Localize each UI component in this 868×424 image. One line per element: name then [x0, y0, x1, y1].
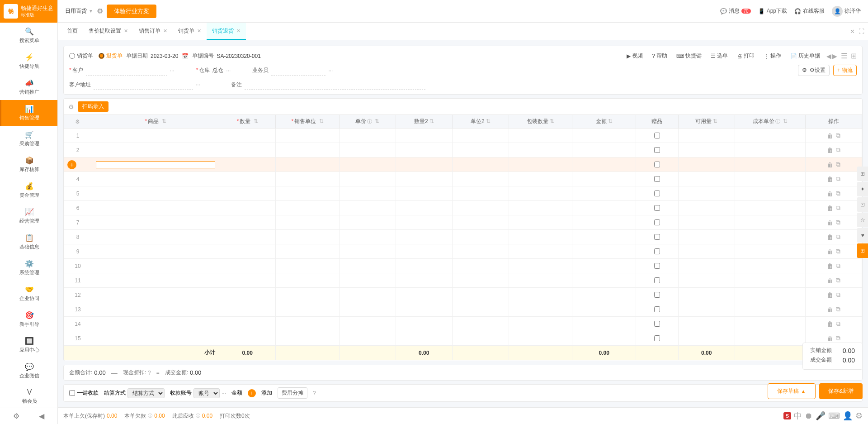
- zhong-icon[interactable]: 中: [794, 410, 802, 421]
- price-cell[interactable]: [339, 186, 396, 201]
- unit2-cell[interactable]: [452, 331, 509, 346]
- amount-cell[interactable]: [572, 201, 636, 215]
- qty-cell[interactable]: [219, 143, 276, 157]
- product-cell[interactable]: [92, 317, 219, 331]
- video-btn[interactable]: ▶ 视频: [624, 51, 646, 61]
- gift-checkbox[interactable]: [654, 205, 660, 211]
- copy-icon[interactable]: ⧉: [836, 204, 840, 212]
- copy-icon[interactable]: ⧉: [836, 132, 840, 139]
- delete-icon[interactable]: 🗑: [827, 161, 833, 168]
- tab-sales-delivery-close[interactable]: ✕: [197, 28, 201, 34]
- qty2-cell-active[interactable]: [396, 157, 452, 172]
- copy-icon[interactable]: ⧉: [836, 305, 840, 313]
- cost-cell[interactable]: [735, 302, 805, 317]
- avail-cell[interactable]: [678, 302, 735, 317]
- unit2-cell[interactable]: [452, 302, 509, 317]
- price-cell[interactable]: [339, 317, 396, 331]
- account-select[interactable]: 账号: [193, 388, 220, 398]
- right-sidebar-item-2[interactable]: ✦: [857, 182, 868, 196]
- qty2-cell[interactable]: [396, 215, 452, 230]
- message-btn[interactable]: 💬 消息 70: [720, 7, 751, 15]
- settings-bottom-icon[interactable]: ⚙: [13, 412, 19, 420]
- sidebar-item-inventory[interactable]: 📦 库存核算: [0, 152, 57, 177]
- sort-unit-icon[interactable]: ⇅: [319, 118, 324, 124]
- product-cell[interactable]: [92, 172, 219, 186]
- pack-cell[interactable]: [509, 201, 572, 215]
- price-cell[interactable]: [339, 244, 396, 259]
- gift-checkbox[interactable]: [654, 191, 660, 196]
- copy-icon[interactable]: ⧉: [836, 291, 840, 299]
- product-cell[interactable]: [92, 331, 219, 346]
- unit-cell[interactable]: [276, 172, 340, 186]
- view-list-icon[interactable]: ☰: [841, 52, 847, 60]
- unit-cell[interactable]: [276, 143, 340, 157]
- qty-cell[interactable]: [219, 172, 276, 186]
- sidebar-item-system[interactable]: ⚙️ 系统管理: [0, 255, 57, 281]
- save-new-btn[interactable]: 保存&新增: [819, 383, 863, 399]
- help-btn[interactable]: ? 帮助: [649, 51, 670, 61]
- amount-cell[interactable]: [572, 129, 636, 143]
- copy-icon[interactable]: ⧉: [836, 334, 840, 342]
- product-cell[interactable]: [92, 143, 219, 157]
- settlement-select[interactable]: 结算方式: [127, 388, 165, 398]
- qty2-cell[interactable]: [396, 288, 452, 302]
- expense-question-icon[interactable]: ?: [313, 390, 316, 396]
- qty2-cell[interactable]: [396, 129, 452, 143]
- gift-checkbox[interactable]: [654, 176, 660, 182]
- sidebar-item-finance[interactable]: 💰 资金管理: [0, 177, 57, 203]
- gift-checkbox[interactable]: [654, 219, 660, 225]
- user-menu[interactable]: 👤 徐泽华: [832, 6, 861, 17]
- sidebar-item-guide[interactable]: 🎯 新手引导: [0, 306, 57, 332]
- unit-cell[interactable]: [276, 244, 340, 259]
- add-payment-btn[interactable]: +: [248, 389, 256, 397]
- delete-icon[interactable]: 🗑: [827, 176, 833, 183]
- copy-icon[interactable]: ⧉: [836, 262, 840, 270]
- qty2-cell[interactable]: [396, 317, 452, 331]
- cost-cell[interactable]: [735, 244, 805, 259]
- warehouse-more-icon[interactable]: ···: [226, 67, 231, 74]
- gift-checkbox[interactable]: [654, 321, 660, 327]
- tab-sales-order[interactable]: 销售订单 ✕: [133, 23, 173, 40]
- qty-cell[interactable]: [219, 244, 276, 259]
- prev-arrow[interactable]: ◀: [826, 52, 831, 60]
- pack-cell[interactable]: [509, 331, 572, 346]
- gift-checkbox[interactable]: [654, 234, 660, 240]
- avail-cell[interactable]: [678, 143, 735, 157]
- amount-cell[interactable]: [572, 172, 636, 186]
- sort-amount-icon[interactable]: ⇅: [608, 118, 613, 124]
- copy-icon[interactable]: ⧉: [836, 219, 840, 226]
- delete-icon[interactable]: 🗑: [827, 205, 833, 212]
- price-cell[interactable]: [339, 172, 396, 186]
- price-info-icon[interactable]: ⓘ: [367, 119, 372, 124]
- amount-cell[interactable]: [572, 143, 636, 157]
- address-more-icon[interactable]: ···: [196, 81, 200, 88]
- record-icon[interactable]: ⏺: [805, 411, 813, 421]
- note-input[interactable]: [245, 80, 425, 90]
- unit-cell[interactable]: [276, 331, 340, 346]
- amount-cell[interactable]: [572, 259, 636, 273]
- product-cell-active[interactable]: [92, 157, 219, 172]
- qty-cell[interactable]: [219, 129, 276, 143]
- salesperson-input[interactable]: [271, 66, 326, 76]
- gift-checkbox-active[interactable]: [654, 162, 660, 167]
- cost-cell-active[interactable]: [735, 157, 805, 172]
- price-cell[interactable]: [339, 331, 396, 346]
- amount-cell-active[interactable]: [572, 157, 636, 172]
- delete-icon[interactable]: 🗑: [827, 147, 833, 154]
- qty2-cell[interactable]: [396, 186, 452, 201]
- avail-cell[interactable]: [678, 288, 735, 302]
- cost-cell[interactable]: [735, 317, 805, 331]
- logistics-btn[interactable]: + 物流: [833, 65, 857, 76]
- product-cell[interactable]: [92, 244, 219, 259]
- price-cell[interactable]: [339, 302, 396, 317]
- amount-cell[interactable]: [572, 215, 636, 230]
- product-cell[interactable]: [92, 288, 219, 302]
- sort-unit2-icon[interactable]: ⇅: [486, 118, 491, 124]
- delete-icon[interactable]: 🗑: [827, 262, 833, 270]
- amount-cell[interactable]: [572, 244, 636, 259]
- person-icon[interactable]: 👤: [843, 411, 853, 421]
- sidebar-item-member[interactable]: V 畅会员: [0, 384, 57, 408]
- expense-split-btn[interactable]: 费用分摊: [278, 387, 307, 399]
- pack-cell[interactable]: [509, 230, 572, 244]
- avail-cell[interactable]: [678, 273, 735, 288]
